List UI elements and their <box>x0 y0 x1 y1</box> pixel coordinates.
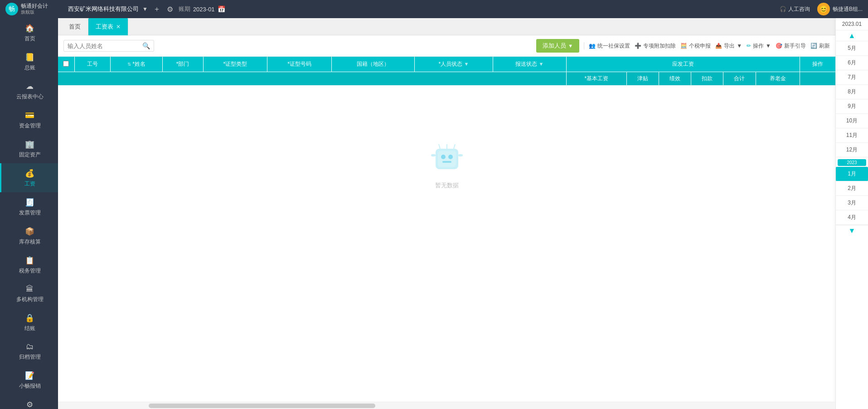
sidebar-item-close[interactable]: 🔒 结账 <box>0 308 58 337</box>
salary-table: 工号 ⇅ *姓名 *部门 *证型类型 *证型号码 国籍（地区） *人员状态 ▼ <box>58 57 835 244</box>
date-item-7[interactable]: 7月 <box>836 70 868 85</box>
date-item-2023-4[interactable]: 4月 <box>836 210 868 225</box>
sidebar-item-tax[interactable]: 📋 税务管理 <box>0 250 58 279</box>
th-ops-sub <box>800 72 835 86</box>
sidebar-item-expense[interactable]: 📝 小畅报销 <box>0 365 58 394</box>
search-input[interactable] <box>68 43 140 49</box>
sidebar-label-close: 结账 <box>24 325 35 332</box>
sidebar-item-archive[interactable]: 🗂 归档管理 <box>0 337 58 365</box>
date-item-11[interactable]: 11月 <box>836 128 868 143</box>
support-button[interactable]: 🎧 人工咨询 <box>780 5 810 13</box>
company-dropdown-icon[interactable]: ▼ <box>142 6 148 12</box>
empty-state-cell: 暂无数据 <box>58 85 835 244</box>
sidebar-item-multi-org[interactable]: 🏛 多机构管理 <box>0 279 58 308</box>
period-label: 账期 <box>179 5 190 13</box>
tab-salary-label: 工资表 <box>96 23 113 31</box>
new-guide-action[interactable]: 🎯 新手引导 <box>776 42 806 50</box>
calendar-icon[interactable]: 📅 <box>218 5 225 13</box>
th-sub-spacer <box>58 72 566 86</box>
select-all-col[interactable] <box>58 57 74 72</box>
table-scrollbar-area[interactable] <box>58 402 835 409</box>
personal-tax-label: 个税申报 <box>689 42 711 50</box>
name-sort-icon: ⇅ <box>127 62 131 67</box>
status-filter-icon[interactable]: ▼ <box>464 61 469 67</box>
sidebar-item-invoice[interactable]: 🧾 发票管理 <box>0 192 58 221</box>
sidebar-label-inventory: 库存核算 <box>19 238 41 246</box>
asset-icon: 🏢 <box>25 140 34 149</box>
user-area[interactable]: 😊 畅捷通B组... <box>817 3 863 15</box>
date-item-2023-1[interactable]: 1月 <box>836 167 868 181</box>
date-item-10[interactable]: 10月 <box>836 114 868 128</box>
select-all-checkbox[interactable] <box>63 61 69 67</box>
sidebar-item-asset[interactable]: 🏢 固定资产 <box>0 134 58 163</box>
tab-home-label: 首页 <box>69 23 81 31</box>
date-item-5[interactable]: 5月 <box>836 41 868 56</box>
date-nav-down[interactable]: ▼ <box>836 225 868 236</box>
special-deduct-icon: ➕ <box>635 43 641 49</box>
table-scrollbar-thumb[interactable] <box>149 404 375 408</box>
sidebar-item-salary[interactable]: 💰 工资 <box>0 163 58 192</box>
sidebar-item-cloud-report[interactable]: ☁ 云报表中心 <box>0 76 58 105</box>
table-wrapper: 工号 ⇅ *姓名 *部门 *证型类型 *证型号码 国籍（地区） *人员状态 ▼ <box>58 57 835 402</box>
company-selector[interactable]: 西安矿米网络科技有限公司 ▼ <box>68 5 148 13</box>
date-item-9[interactable]: 9月 <box>836 99 868 114</box>
th-id-number: *证型号码 <box>267 57 332 72</box>
th-deductions: 扣款 <box>691 72 723 86</box>
th-operations: 操作 <box>800 57 835 72</box>
year-2023-badge: 2023 <box>838 159 866 166</box>
table-body: 暂无数据 <box>58 85 835 244</box>
date-item-2023-2[interactable]: 2月 <box>836 181 868 196</box>
svg-rect-4 <box>442 161 451 163</box>
export-action[interactable]: 📤 导出 ▼ <box>715 42 742 50</box>
th-pension: 养老金 <box>756 72 800 86</box>
add-company-icon[interactable]: ＋ <box>153 5 160 14</box>
date-item-12[interactable]: 12月 <box>836 143 868 157</box>
date-item-8[interactable]: 8月 <box>836 85 868 99</box>
content-area: 首页 工资表 ✕ 🔍 添加人员 ▼ 👥 统一社保设置 <box>58 18 835 409</box>
th-total: 合计 <box>723 72 756 86</box>
operations-action[interactable]: ✏ 操作 ▼ <box>747 42 771 50</box>
refresh-label: 刷新 <box>819 42 830 50</box>
report-filter-icon[interactable]: ▼ <box>538 61 543 67</box>
personal-tax-action[interactable]: 🧮 个税申报 <box>680 42 711 50</box>
add-person-dropdown-icon: ▼ <box>568 43 573 49</box>
search-wrapper[interactable]: 🔍 <box>63 40 154 52</box>
th-performance: 绩效 <box>659 72 691 86</box>
archive-icon: 🗂 <box>26 342 34 351</box>
add-person-button[interactable]: 添加人员 ▼ <box>536 39 579 53</box>
operations-icon: ✏ <box>747 43 751 49</box>
sidebar-item-fund[interactable]: 💳 资金管理 <box>0 105 58 134</box>
sidebar-label-fund: 资金管理 <box>19 122 41 130</box>
date-item-2023-3[interactable]: 3月 <box>836 196 868 210</box>
top-header: 畅 畅通好会计 旗舰版 西安矿米网络科技有限公司 ▼ ＋ ⚙ 账期 2023-0… <box>0 0 868 18</box>
export-arrow-icon: ▼ <box>737 43 742 49</box>
social-security-action[interactable]: 👥 统一社保设置 <box>589 42 630 50</box>
sidebar-item-home[interactable]: 🏠 首页 <box>0 18 58 47</box>
operations-label: 操作 <box>753 42 764 50</box>
empty-state: 暂无数据 <box>58 85 835 244</box>
sidebar-item-inventory[interactable]: 📦 库存核算 <box>0 221 58 250</box>
toolbar-divider-1 <box>584 42 584 49</box>
tab-salary[interactable]: 工资表 ✕ <box>88 18 128 35</box>
settings-icon[interactable]: ⚙ <box>167 5 173 14</box>
date-item-6[interactable]: 6月 <box>836 56 868 70</box>
close-accounts-icon: 🔒 <box>25 313 34 323</box>
svg-point-2 <box>441 155 446 159</box>
date-nav-up[interactable]: ▲ <box>836 30 868 41</box>
sidebar-item-ledger[interactable]: 📒 总账 <box>0 47 58 76</box>
sidebar-item-settings[interactable]: ⚙ 基础设置 <box>0 394 58 409</box>
sidebar-label-expense: 小畅报销 <box>19 382 41 390</box>
empty-icon <box>429 140 465 176</box>
th-status[interactable]: *人员状态 ▼ <box>415 57 493 72</box>
social-security-label: 统一社保设置 <box>597 42 630 50</box>
special-deduct-action[interactable]: ➕ 专项附加扣除 <box>635 42 676 50</box>
header-icons: ＋ ⚙ <box>153 5 173 14</box>
tab-home[interactable]: 首页 <box>62 18 88 35</box>
svg-point-3 <box>448 155 453 159</box>
refresh-action[interactable]: 🔄 刷新 <box>810 42 830 50</box>
special-deduct-label: 专项附加扣除 <box>643 42 676 50</box>
tab-close-icon[interactable]: ✕ <box>116 24 121 30</box>
th-report-status[interactable]: 报送状态 ▼ <box>493 57 566 72</box>
sidebar-label-tax: 税务管理 <box>19 267 41 275</box>
th-salary-group: 应发工资 <box>566 57 800 72</box>
